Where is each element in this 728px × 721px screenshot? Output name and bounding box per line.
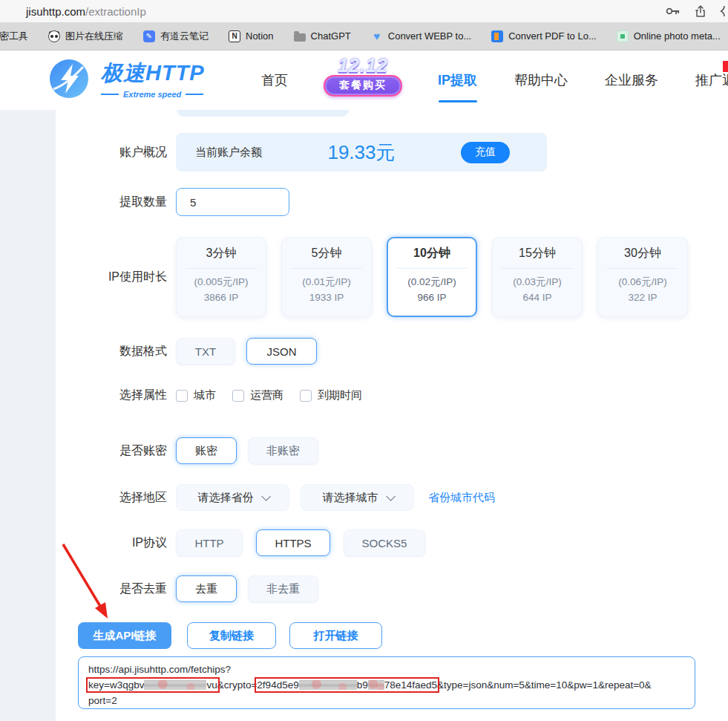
auth-label: 是否账密 bbox=[56, 443, 167, 459]
format-option-json[interactable]: JSON bbox=[246, 338, 317, 365]
chevron-down-icon bbox=[386, 492, 396, 501]
api-url-line3: port=2 bbox=[88, 694, 685, 709]
checkbox-box bbox=[300, 390, 312, 402]
duration-option-15min[interactable]: 15分钟 (0.03元/IP)644 IP bbox=[492, 237, 583, 317]
checkbox-expiry[interactable]: 到期时间 bbox=[300, 388, 362, 402]
checkbox-box bbox=[232, 390, 244, 402]
password-key-icon[interactable] bbox=[666, 7, 681, 16]
youdao-pen-icon: ✎ bbox=[143, 30, 155, 42]
protocol-option-http[interactable]: HTTP bbox=[176, 529, 243, 556]
logo-subtitle: Extreme speed bbox=[101, 90, 205, 99]
bookmark-item[interactable]: NNotion bbox=[229, 30, 274, 42]
bookmark-item[interactable]: Online photo meta... bbox=[617, 30, 721, 42]
nav-item-ip-extract[interactable]: IP提取 bbox=[436, 67, 479, 94]
attributes-label: 选择属性 bbox=[56, 388, 167, 403]
address-bar[interactable]: jisuhttp.com/extractionIp bbox=[26, 5, 146, 18]
promo-date: 12.12 bbox=[324, 55, 402, 76]
region-code-link[interactable]: 省份城市代码 bbox=[428, 491, 495, 505]
duration-label: IP使用时长 bbox=[56, 270, 167, 285]
attributes-row: 选择属性 城市 运营商 到期时间 bbox=[56, 388, 728, 403]
bookmark-label: Online photo meta... bbox=[634, 30, 721, 42]
bookmark-label: 图片在线压缩 bbox=[65, 30, 123, 43]
url-host: jisuhttp.com bbox=[26, 5, 85, 18]
folder-icon bbox=[294, 33, 306, 42]
dedupe-row: 是否去重 去重 非去重 bbox=[56, 575, 728, 602]
recharge-button[interactable]: 充值 bbox=[461, 142, 510, 163]
account-label: 账户概况 bbox=[56, 145, 167, 160]
balance-value: 19.33元 bbox=[327, 140, 395, 166]
quantity-input[interactable] bbox=[176, 188, 289, 216]
protocol-option-socks5[interactable]: SOCKS5 bbox=[344, 529, 425, 556]
checkbox-box bbox=[176, 390, 188, 402]
redacted-mosaic bbox=[368, 680, 384, 690]
clipped-toolbar-icon[interactable] bbox=[721, 6, 727, 16]
api-url-output[interactable]: https://api.jisuhttp.com/fetchips? key=w… bbox=[78, 656, 695, 709]
bookmark-label: Notion bbox=[246, 30, 274, 42]
site-header: 极速HTTP Extreme speed 首页 12.12 套餐购买 IP提取 … bbox=[0, 50, 728, 110]
province-select[interactable]: 请选择省份 bbox=[176, 484, 289, 511]
bookmark-item[interactable]: ✎有道云笔记 bbox=[143, 30, 209, 43]
region-row: 选择地区 请选择省份 请选择城市 省份城市代码 bbox=[56, 484, 728, 511]
extraction-form: 账户概况 当前账户余额 19.33元 充值 提取数量 IP使用时长 3分钟 (0… bbox=[56, 110, 728, 721]
url-path: /extractionIp bbox=[85, 5, 146, 18]
redacted-mosaic bbox=[144, 680, 206, 690]
auth-option-no-credentials[interactable]: 非账密 bbox=[248, 437, 318, 464]
format-option-txt[interactable]: TXT bbox=[176, 338, 235, 365]
heart-icon: ♥ bbox=[371, 30, 383, 42]
main-nav: 首页 12.12 套餐购买 IP提取 帮助中心 企业服务 推广返利 bbox=[260, 50, 728, 110]
redacted-key-box: key=w3qgbvvu bbox=[88, 679, 217, 691]
account-row: 账户概况 当前账户余额 19.33元 充值 bbox=[56, 133, 728, 172]
bookmark-label: 有道云笔记 bbox=[160, 30, 209, 43]
duration-option-30min[interactable]: 30分钟 (0.06元/IP)322 IP bbox=[597, 237, 688, 317]
auth-option-credentials[interactable]: 账密 bbox=[176, 437, 237, 464]
nav-item-help-center[interactable]: 帮助中心 bbox=[513, 67, 569, 94]
logo-text: 极速HTTP bbox=[101, 59, 205, 88]
bookmark-item[interactable]: Convert PDF to Lo... bbox=[491, 30, 597, 42]
dedupe-option-on[interactable]: 去重 bbox=[176, 575, 237, 602]
bookmark-item[interactable]: ♥Convert WEBP to... bbox=[371, 30, 471, 42]
clipped-top-element bbox=[177, 110, 349, 117]
annotation-arrow-icon bbox=[52, 531, 119, 627]
bookmark-label: ChatGPT bbox=[311, 30, 351, 42]
copy-link-button[interactable]: 复制链接 bbox=[187, 622, 276, 649]
duration-option-10min[interactable]: 10分钟 (0.02元/IP)966 IP bbox=[387, 237, 477, 317]
auth-row: 是否账密 账密 非账密 bbox=[56, 437, 728, 464]
pdf-icon bbox=[491, 30, 503, 42]
bookmark-label: Convert PDF to Lo... bbox=[508, 30, 597, 42]
bookmarks-bar: 加密工具 图片在线压缩 ✎有道云笔记 NNotion ChatGPT ♥Conv… bbox=[0, 22, 728, 50]
balance-label: 当前账户余额 bbox=[195, 146, 262, 160]
chevron-down-icon bbox=[261, 492, 271, 501]
account-panel: 当前账户余额 19.33元 充值 bbox=[176, 133, 547, 172]
protocol-row: IP协议 HTTP HTTPS SOCKS5 bbox=[56, 529, 728, 556]
bookmark-item[interactable]: 图片在线压缩 bbox=[48, 30, 123, 43]
checkbox-carrier[interactable]: 运营商 bbox=[232, 388, 283, 402]
share-icon[interactable] bbox=[695, 5, 706, 18]
api-url-line2: key=w3qgbvvu&crypto=2f94d5e9b978e14faed5… bbox=[88, 678, 685, 694]
protocol-option-https[interactable]: HTTPS bbox=[256, 529, 330, 556]
duration-row: IP使用时长 3分钟 (0.005元/IP)3866 IP 5分钟 (0.01元… bbox=[56, 237, 728, 317]
format-label: 数据格式 bbox=[56, 344, 167, 359]
redacted-crypto-box: 2f94d5e9b978e14faed5 bbox=[257, 679, 437, 691]
quantity-row: 提取数量 bbox=[56, 188, 728, 216]
open-link-button[interactable]: 打开链接 bbox=[289, 622, 382, 649]
duration-option-3min[interactable]: 3分钟 (0.005元/IP)3866 IP bbox=[176, 237, 266, 317]
duration-option-5min[interactable]: 5分钟 (0.01元/IP)1933 IP bbox=[281, 237, 372, 317]
nav-item-home[interactable]: 首页 bbox=[260, 67, 289, 94]
promo-badge[interactable]: 12.12 套餐购买 bbox=[324, 55, 402, 102]
nav-hot-badge bbox=[723, 61, 728, 72]
redacted-mosaic bbox=[299, 680, 357, 690]
notion-icon: N bbox=[229, 30, 240, 42]
dedupe-option-off[interactable]: 非去重 bbox=[248, 575, 318, 602]
panda-icon bbox=[48, 30, 60, 42]
bookmark-item[interactable]: ChatGPT bbox=[294, 30, 351, 42]
checkbox-city[interactable]: 城市 bbox=[176, 388, 216, 402]
api-url-line1: https://api.jisuhttp.com/fetchips? bbox=[88, 662, 685, 678]
site-logo[interactable]: 极速HTTP Extreme speed bbox=[46, 56, 205, 101]
bookmark-label: 加密工具 bbox=[0, 30, 28, 43]
bookmark-item[interactable]: 加密工具 bbox=[0, 30, 28, 43]
promo-label: 套餐购买 bbox=[324, 75, 402, 97]
nav-item-enterprise[interactable]: 企业服务 bbox=[603, 67, 660, 94]
city-select[interactable]: 请选择城市 bbox=[301, 484, 414, 511]
browser-chrome: jisuhttp.com/extractionIp bbox=[0, 0, 728, 22]
region-label: 选择地区 bbox=[56, 490, 167, 506]
